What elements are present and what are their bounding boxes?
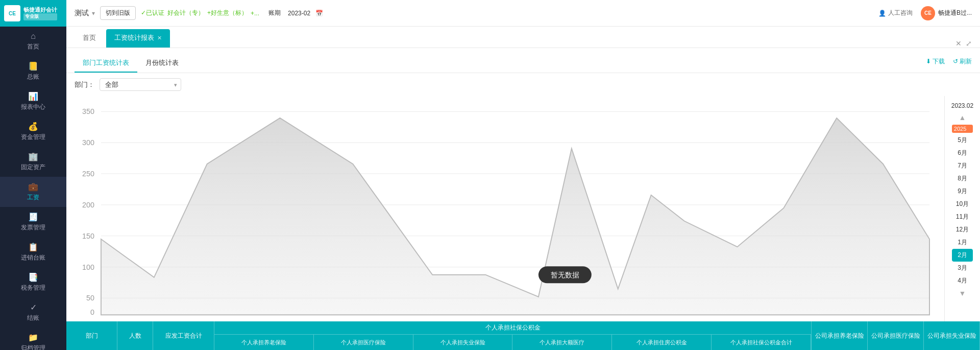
filter-label: 部门： xyxy=(75,80,94,89)
topbar-right: 👤 人工咨询 CE 畅捷通B过... xyxy=(878,6,972,20)
month-item-12月[interactable]: 12月 xyxy=(952,223,973,236)
svg-text:100: 100 xyxy=(82,263,94,271)
tabbar: 首页 工资统计报表 ✕ ✕ ⤢ xyxy=(66,27,980,48)
close-tab-icon[interactable]: ✕ xyxy=(157,35,162,41)
logo-text: 畅捷通好会计 专业版 xyxy=(23,6,57,20)
main-content: 测试 ▾ 切到旧版 ✓已认证好会计（专）+好生意（标）+... 账期 2023-… xyxy=(66,0,980,350)
col-housing-fund: 个人承担住房公积金 xyxy=(612,335,712,350)
sidebar-item-reports[interactable]: 📊报表中心 xyxy=(0,86,66,116)
help-button[interactable]: 👤 人工咨询 xyxy=(878,9,913,17)
month-item-8月[interactable]: 8月 xyxy=(952,172,973,185)
logo-icon: CE xyxy=(4,5,20,21)
topbar-tag: +好生意（标） xyxy=(207,9,248,17)
dept-select-wrapper: 全部 xyxy=(100,78,181,91)
tab-salary-report[interactable]: 工资统计报表 ✕ xyxy=(106,29,170,48)
invoice-icon: 🧾 xyxy=(28,212,38,222)
col-unemployment: 个人承担失业保险 xyxy=(413,335,513,350)
svg-text:300: 300 xyxy=(82,138,94,147)
sidebar-label-salary: 工资 xyxy=(27,193,39,202)
user-name: 畅捷通B过... xyxy=(938,9,972,17)
sidebar-item-home[interactable]: ⌂首页 xyxy=(0,27,66,56)
dept-select[interactable]: 全部 xyxy=(100,78,181,91)
app-logo: CE 畅捷通好会计 专业版 xyxy=(0,0,66,27)
sidebar-item-invoice[interactable]: 🧾发票管理 xyxy=(0,207,66,237)
svg-text:250: 250 xyxy=(82,170,94,178)
sidebar-item-archive[interactable]: 📁归档管理 xyxy=(0,328,66,350)
subtab-dept[interactable]: 部门工资统计表 xyxy=(75,54,137,73)
sidebar-label-funds: 资金管理 xyxy=(21,133,45,142)
user-button[interactable]: CE 畅捷通B过... xyxy=(921,6,972,20)
sidebar-label-assets: 固定资产 xyxy=(21,163,45,172)
month-item-7月[interactable]: 7月 xyxy=(952,159,973,172)
refresh-icon: ↺ xyxy=(953,58,958,65)
filter-bar: 部门： 全部 xyxy=(66,73,980,96)
sidebar-label-tax: 税务管理 xyxy=(21,284,45,292)
switch-old-button[interactable]: 切到旧版 xyxy=(100,6,136,20)
avatar: CE xyxy=(921,6,935,20)
tab-home[interactable]: 首页 xyxy=(75,29,104,48)
scroll-up-icon[interactable]: ▲ xyxy=(957,111,968,124)
month-item-1月[interactable]: 1月 xyxy=(952,236,973,249)
year-display[interactable]: 2023.02 xyxy=(951,100,973,111)
month-item-5月[interactable]: 5月 xyxy=(952,134,973,147)
assets-icon: 🏢 xyxy=(28,152,38,161)
help-icon: 👤 xyxy=(878,10,886,17)
sidebar-label-invoice: 发票管理 xyxy=(21,223,45,232)
col-social-total: 个人承担社保公积金合计 xyxy=(712,335,811,350)
ledger-icon: 📒 xyxy=(28,61,38,71)
page-content: 部门工资统计表 月份统计表 ⬇ 下载 ↺ 刷新 部门： 全部 xyxy=(66,48,980,350)
close-window-icon[interactable]: ✕ xyxy=(955,39,962,48)
month-item-2月[interactable]: 2月 xyxy=(952,249,973,262)
sidebar-item-sales[interactable]: 📋进销台账 xyxy=(0,237,66,267)
subtab-monthly[interactable]: 月份统计表 xyxy=(137,54,187,73)
company-name[interactable]: 测试 ▾ xyxy=(75,9,95,18)
svg-text:暂无数据: 暂无数据 xyxy=(551,271,580,279)
reports-icon: 📊 xyxy=(28,91,38,101)
group-title: 个人承担社保公积金 xyxy=(214,321,811,335)
topbar-tag: 好会计（专） xyxy=(167,9,204,17)
year-old-label[interactable]: 2025 xyxy=(952,125,973,133)
refresh-button[interactable]: ↺ 刷新 xyxy=(953,57,972,66)
download-button[interactable]: ⬇ 下载 xyxy=(926,57,945,66)
col-dept: 部门 xyxy=(66,321,117,350)
chart-area: 350 300 250 200 150 100 50 0 xyxy=(66,96,944,321)
chevron-down-icon: ▾ xyxy=(92,10,95,17)
chart-section: 350 300 250 200 150 100 50 0 xyxy=(66,96,980,321)
right-panel: 2023.02 ▲ 20255月6月7月8月9月10月11月12月1月2月3月4… xyxy=(944,96,980,321)
month-item-6月[interactable]: 6月 xyxy=(952,147,973,159)
sidebar-item-tax[interactable]: 📑税务管理 xyxy=(0,267,66,297)
sidebar-item-ledger[interactable]: 📒总账 xyxy=(0,56,66,86)
sidebar-item-closing[interactable]: ✓结账 xyxy=(0,297,66,328)
sidebar-nav: ⌂首页📒总账📊报表中心💰资金管理🏢固定资产💼工资🧾发票管理📋进销台账📑税务管理✓… xyxy=(0,27,66,350)
archive-icon: 📁 xyxy=(28,333,38,342)
sidebar-item-funds[interactable]: 💰资金管理 xyxy=(0,116,66,147)
sidebar-label-sales: 进销台账 xyxy=(21,253,45,262)
group-social-insurance: 个人承担社保公积金 个人承担养老保险 个人承担医疗保险 个人承担失业保险 个人承… xyxy=(214,321,812,350)
window-controls: ✕ ⤢ xyxy=(955,39,972,48)
table-header: 部门 人数 应发工资合计 个人承担社保公积金 个人承担养老保险 个人承担医疗保险… xyxy=(66,321,980,350)
col-total-salary: 应发工资合计 xyxy=(153,321,214,350)
scroll-down-icon[interactable]: ▼ xyxy=(957,287,968,299)
month-item-4月[interactable]: 4月 xyxy=(952,274,973,287)
col-pension: 个人承担养老保险 xyxy=(214,335,314,350)
svg-text:150: 150 xyxy=(82,232,94,240)
svg-text:200: 200 xyxy=(82,201,94,209)
salary-icon: 💼 xyxy=(28,182,38,192)
svg-text:350: 350 xyxy=(82,108,94,116)
sidebar-item-assets[interactable]: 🏢固定资产 xyxy=(0,147,66,177)
svg-text:50: 50 xyxy=(86,294,94,302)
col-company-medical: 公司承担医疗保险 xyxy=(868,321,924,350)
sidebar-item-salary[interactable]: 💼工资 xyxy=(0,177,66,207)
period-value: 2023-02 xyxy=(288,10,310,17)
month-item-11月[interactable]: 11月 xyxy=(952,211,973,223)
topbar-tags: ✓已认证好会计（专）+好生意（标）+... xyxy=(141,9,259,17)
calendar-icon[interactable]: 📅 xyxy=(315,10,323,17)
col-major-medical: 个人承担大额医疗 xyxy=(512,335,612,350)
month-item-3月[interactable]: 3月 xyxy=(952,262,973,274)
closing-icon: ✓ xyxy=(30,302,37,312)
expand-icon[interactable]: ⤢ xyxy=(966,39,972,48)
topbar-actions: 切到旧版 xyxy=(100,6,136,20)
sidebar: CE 畅捷通好会计 专业版 ⌂首页📒总账📊报表中心💰资金管理🏢固定资产💼工资🧾发… xyxy=(0,0,66,350)
month-item-10月[interactable]: 10月 xyxy=(952,198,973,211)
month-item-9月[interactable]: 9月 xyxy=(952,185,973,198)
